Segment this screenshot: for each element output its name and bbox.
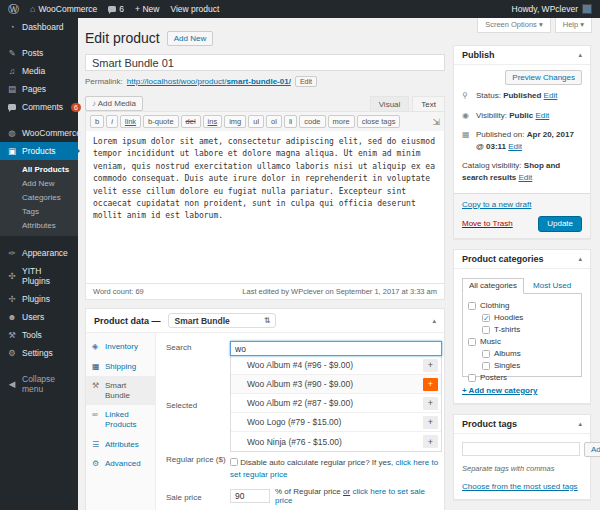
product-title-input[interactable] <box>85 54 445 71</box>
help-button[interactable]: Help ▾ <box>555 18 592 33</box>
qt-ol-button[interactable]: ol <box>266 115 282 128</box>
preview-changes-button[interactable]: Preview Changes <box>505 70 582 85</box>
result-row[interactable]: Woo Album #4 (#96 - $9.00) + <box>231 356 441 375</box>
sidebar-item-products[interactable]: ▣ Products <box>0 142 78 160</box>
screen-options-button[interactable]: Screen Options ▾ <box>477 18 551 33</box>
result-row[interactable]: Woo Album #3 (#90 - $9.00) + <box>231 375 441 394</box>
qt-code-button[interactable]: code <box>299 115 325 128</box>
sidebar-item-pages[interactable]: ▤ Pages <box>0 80 78 98</box>
most-used-tags-link[interactable]: Choose from the most used tags <box>462 482 578 491</box>
copy-to-draft-link[interactable]: Copy to a new draft <box>462 200 531 209</box>
qt-del-button[interactable]: del <box>181 115 201 128</box>
tab-attributes[interactable]: ☰ Attributes <box>86 435 155 455</box>
qt-bold-button[interactable]: b <box>90 115 104 128</box>
add-new-button[interactable]: Add New <box>167 31 213 46</box>
edit-visibility-link[interactable]: Edit <box>535 111 549 120</box>
new-tag-input[interactable] <box>462 442 580 456</box>
sale-price-input[interactable] <box>230 489 270 503</box>
panel-toggle-icon[interactable]: ▴ <box>578 255 582 263</box>
category-checkbox[interactable] <box>482 326 490 334</box>
tab-all-categories[interactable]: All categories <box>462 278 524 294</box>
panel-toggle-icon[interactable]: ▴ <box>432 317 436 325</box>
permalink-url[interactable]: http://localhost/woo/product/smart-bundl… <box>127 77 291 86</box>
add-tag-button[interactable]: Add <box>584 442 600 457</box>
add-media-button[interactable]: ♪ Add Media <box>85 96 143 111</box>
qt-close-tags-button[interactable]: close tags <box>357 115 401 128</box>
bundle-search-input[interactable] <box>230 341 442 356</box>
tab-text[interactable]: Text <box>412 96 445 111</box>
edit-published-link[interactable]: Edit <box>508 142 522 151</box>
category-item[interactable]: Hoodies <box>468 312 576 324</box>
add-product-button[interactable]: + <box>423 397 438 410</box>
qt-ins-button[interactable]: ins <box>203 115 223 128</box>
collapse-menu-button[interactable]: ◀ Collapse menu <box>0 370 78 398</box>
new-content-link[interactable]: + New <box>135 4 159 14</box>
result-row[interactable]: Woo Logo (#79 - $15.00) + <box>231 413 441 432</box>
add-product-button-active[interactable]: + <box>423 378 438 391</box>
sidebar-item-settings[interactable]: ⚙ Settings <box>0 344 78 362</box>
tab-advanced[interactable]: ⚙ Advanced <box>86 454 155 474</box>
view-product-link[interactable]: View product <box>170 4 219 14</box>
qt-link-button[interactable]: link <box>120 115 141 128</box>
tab-most-used[interactable]: Most Used <box>533 279 571 293</box>
wordpress-logo-icon[interactable]: Ⓦ <box>8 2 19 17</box>
category-item[interactable]: Music <box>468 336 576 348</box>
edit-status-link[interactable]: Edit <box>544 91 558 100</box>
sidebar-item-comments[interactable]: Comments 6 <box>0 98 78 116</box>
howdy-account-link[interactable]: Howdy, WPclever <box>512 4 578 14</box>
category-item[interactable]: Singles <box>468 360 576 372</box>
sidebar-item-woocommerce[interactable]: ◍ WooCommerce <box>0 124 78 142</box>
sidebar-item-posts[interactable]: ✎ Posts <box>0 44 78 62</box>
sidebar-item-tools[interactable]: ⚒ Tools <box>0 326 78 344</box>
tab-inventory[interactable]: ◈ Inventory <box>86 337 155 357</box>
qt-img-button[interactable]: img <box>224 115 246 128</box>
submenu-item-categories[interactable]: Categories <box>0 190 78 204</box>
edit-catalog-link[interactable]: Edit <box>519 173 533 182</box>
product-type-select[interactable]: Smart Bundle ⇅ <box>168 313 276 328</box>
category-checkbox[interactable] <box>482 350 490 358</box>
tab-visual[interactable]: Visual <box>370 96 410 111</box>
sidebar-item-yith-plugins[interactable]: ✣ YITH Plugins <box>0 262 78 290</box>
submenu-item-tags[interactable]: Tags <box>0 204 78 218</box>
avatar[interactable] <box>582 4 592 14</box>
submenu-item-all-products[interactable]: All Products <box>0 162 78 176</box>
product-description-textarea[interactable]: Lorem ipsum dolor sit amet, consectetur … <box>86 131 444 283</box>
qt-li-button[interactable]: li <box>284 115 297 128</box>
qt-ul-button[interactable]: ul <box>248 115 264 128</box>
qt-italic-button[interactable]: i <box>106 115 118 128</box>
move-to-trash-link[interactable]: Move to Trash <box>462 219 513 228</box>
tab-linked-products[interactable]: ∞ Linked Products <box>86 405 155 434</box>
disable-auto-checkbox[interactable] <box>230 458 238 466</box>
result-row[interactable]: Woo Album #2 (#87 - $9.00) + <box>231 394 441 413</box>
sidebar-item-users[interactable]: ☻ Users <box>0 308 78 326</box>
category-item[interactable]: Posters <box>468 372 576 384</box>
tab-smart-bundle[interactable]: ⚒ Smart Bundle <box>86 376 155 405</box>
panel-toggle-icon[interactable]: ▴ <box>578 420 582 428</box>
fullscreen-icon[interactable]: ⇲ <box>432 117 440 127</box>
category-item[interactable]: Clothing <box>468 300 576 312</box>
submenu-item-add-new[interactable]: Add New <box>0 176 78 190</box>
category-item[interactable]: Albums <box>468 348 576 360</box>
sidebar-item-dashboard[interactable]: ◔ Dashboard <box>0 18 78 36</box>
permalink-edit-button[interactable]: Edit <box>295 76 317 87</box>
category-checkbox[interactable] <box>482 362 490 370</box>
submenu-item-attributes[interactable]: Attributes <box>0 218 78 232</box>
result-row[interactable]: Woo Ninja (#76 - $15.00) + <box>231 432 441 451</box>
add-new-category-link[interactable]: + Add new category <box>462 386 538 395</box>
add-product-button[interactable]: + <box>423 416 438 429</box>
category-item[interactable]: T-shirts <box>468 324 576 336</box>
site-name-link[interactable]: ⌂ WooCommerce <box>30 4 97 14</box>
qt-bquote-button[interactable]: b-quote <box>143 115 178 128</box>
category-checkbox[interactable] <box>468 374 476 382</box>
category-checkbox[interactable] <box>468 338 476 346</box>
category-checkbox[interactable] <box>468 302 476 310</box>
sidebar-item-plugins[interactable]: ✢ Plugins <box>0 290 78 308</box>
update-button[interactable]: Update <box>538 216 582 232</box>
sidebar-item-media[interactable]: ♫ Media <box>0 62 78 80</box>
category-checkbox-checked[interactable] <box>482 314 490 322</box>
add-product-button[interactable]: + <box>423 435 438 448</box>
panel-toggle-icon[interactable]: ▴ <box>578 51 582 59</box>
tab-shipping[interactable]: ▦ Shipping <box>86 357 155 377</box>
admin-bar-comments-link[interactable]: 6 <box>108 4 124 14</box>
sidebar-item-appearance[interactable]: ✑ Appearance <box>0 244 78 262</box>
